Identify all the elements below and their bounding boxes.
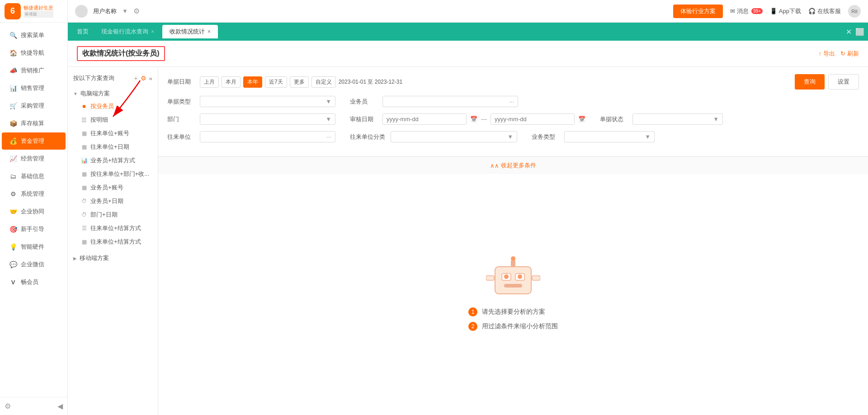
business-type-select[interactable]: ▼ [564,131,655,142]
sidebar-item-sales[interactable]: 📊 销售管理 [2,80,66,97]
sidebar-item-marketing[interactable]: 📣 营销推广 [2,62,66,79]
scheme-item-partner-settle2[interactable]: ▦ 往来单位+结算方式 [68,235,158,249]
sidebar-item-newbie[interactable]: 🎯 新手引导 [2,221,66,238]
empty-steps: 1 请先选择要分析的方案 2 用过滤条件来缩小分析范围 [468,307,558,336]
refresh-button[interactable]: ↻ 刷新 [840,50,859,58]
online-service-action[interactable]: 🎧 在线客服 [808,7,841,15]
collapse-bar[interactable]: ∧∧ 收起更多条件 [158,156,868,174]
dept-select[interactable]: ▼ [200,113,335,125]
sidebar-collapse-icon[interactable]: ◀ [57,402,63,410]
message-action[interactable]: ✉ 消息 99+ [730,7,763,15]
top-bar: 用户名称 ▼ ⚙ 体验行业方案 ✉ 消息 99+ 📱 App下载 🎧 在线客服 [68,0,868,23]
member-icon: V [9,278,17,286]
sidebar-item-quick-nav[interactable]: 🏠 快捷导航 [2,44,66,61]
date-btn-this-month[interactable]: 本月 [222,76,241,88]
close-bank-flow-icon[interactable]: × [151,28,154,35]
scheme-group-mobile-header[interactable]: ▶ 移动端方案 [68,252,158,264]
date-btn-more[interactable]: 更多 [290,76,309,88]
partner-category-select[interactable]: ▼ [391,131,517,142]
calendar-start-icon[interactable]: 📅 [470,116,477,123]
user-display: Rit [848,5,861,18]
sidebar-item-finance[interactable]: 💰 资金管理 [2,132,66,150]
svg-point-5 [518,274,522,279]
page-header-actions: ↑ 导出 ↻ 刷新 [819,50,859,58]
dept-dropdown-icon: ▼ [326,116,331,123]
scheme-item-partner-date[interactable]: ▦ 往来单位+日期 [68,140,158,154]
date-btn-custom[interactable]: 自定义 [311,76,336,88]
close-window-icon[interactable]: ✕ [846,28,852,36]
sidebar-item-wechat[interactable]: 💬 企业微信 [2,256,66,273]
export-button[interactable]: ↑ 导出 [819,50,835,58]
partner-dept-collect-icon: ▦ [80,170,88,178]
system-icon: ⚙ [9,190,17,198]
sidebar-item-system[interactable]: ⚙ 系统管理 [2,185,66,203]
sidebar-item-member[interactable]: V 畅会员 [2,274,66,291]
tab-home[interactable]: 首页 [71,25,94,38]
date-btn-7days[interactable]: 近7天 [265,76,287,88]
sidebar-item-inventory[interactable]: 📦 库存核算 [2,115,66,132]
review-date-start-input[interactable] [382,113,467,125]
calendar-end-icon[interactable]: 📅 [578,116,585,123]
scheme-group-desktop-header[interactable]: ▼ 电脑端方案 [68,88,158,99]
sidebar-settings-icon[interactable]: ⚙ [5,402,11,410]
close-collection-stat-icon[interactable]: × [208,28,211,35]
tab-bank-flow[interactable]: 现金银行流水查询 × [94,25,161,38]
sidebar-item-enterprise[interactable]: 🤝 企业协同 [2,203,66,220]
scheme-item-salesperson-account[interactable]: ▦ 业务员+账号 [68,181,158,194]
scheme-item-dept-date[interactable]: ⏱ 部门+日期 [68,208,158,222]
scheme-item-by-salesperson[interactable]: ● 按业务员 [68,99,158,113]
scheme-item-salesperson-date[interactable]: ⏱ 业务员+日期 [68,194,158,208]
page-content: 收款情况统计(按业务员) ↑ 导出 ↻ 刷新 [68,41,868,415]
filter-area: 单据日期 上月 本月 本年 近7天 更多 自定义 2023-01-01 至 20… [158,67,868,156]
sidebar-nav: 🔍 搜索菜单 🏠 快捷导航 📣 营销推广 📊 销售管理 🛒 采购管理 📦 [0,23,67,397]
collapse-chevron-icon: ∧∧ [490,162,499,169]
scheme-item-partner-account[interactable]: ▦ 往来单位+账号 [68,127,158,140]
scheme-add-icon[interactable]: + [134,75,138,82]
query-button[interactable]: 查询 [795,74,825,90]
date-btn-this-year[interactable]: 本年 [243,76,262,88]
sidebar-item-basic-info[interactable]: 🗂 基础信息 [2,168,66,185]
review-date-end-input[interactable] [491,113,575,125]
logo-icon: 6 [5,3,21,19]
dropdown-icon[interactable]: ▼ [122,8,128,14]
trial-button[interactable]: 体验行业方案 [673,5,723,18]
message-icon: ✉ [730,8,735,14]
user-name: 用户名称 [93,7,117,15]
top-bar-actions: 体验行业方案 ✉ 消息 99+ 📱 App下载 🎧 在线客服 Rit [673,5,861,18]
partner-select[interactable]: ··· [200,131,335,142]
voucher-status-select[interactable]: ▼ [632,113,723,125]
service-icon: 🎧 [808,8,816,14]
tab-bar-right: ✕ ⬜ [846,28,864,36]
partner-more-icon[interactable]: ··· [326,133,331,140]
smart-hw-icon: 💡 [9,243,17,251]
partner-category-dropdown-icon: ▼ [507,133,513,140]
sidebar-item-operation[interactable]: 📈 经营管理 [2,150,66,167]
sidebar-item-smart-hw[interactable]: 💡 智能硬件 [2,238,66,255]
sidebar-item-search-menu[interactable]: 🔍 搜索菜单 [2,27,66,44]
salesperson-select[interactable]: ··· [382,96,518,107]
sidebar-footer: ⚙ ◀ [0,397,67,415]
mobile-group-label: 移动端方案 [80,254,109,262]
scheme-collapse-icon[interactable]: « [149,75,152,82]
scheme-settings-icon[interactable]: ⚙ [141,75,146,82]
date-btn-last-month[interactable]: 上月 [200,76,219,88]
tab-collection-stat[interactable]: 收款情况统计 × [162,25,218,38]
wechat-icon: 💬 [9,260,17,269]
salesperson-item-icon: ● [80,103,88,110]
export-icon: ↑ [819,50,822,57]
filter-panel: 单据日期 上月 本月 本年 近7天 更多 自定义 2023-01-01 至 20… [158,67,868,415]
maximize-icon[interactable]: ⬜ [855,28,864,36]
filter-settings-button[interactable]: 设置 [828,74,859,90]
scheme-item-partner-settle1[interactable]: ☰ 往来单位+结算方式 [68,222,158,235]
business-type-label: 业务类型 [532,133,559,141]
scheme-item-by-detail[interactable]: ☰ 按明细 [68,113,158,127]
scheme-item-partner-dept-collect[interactable]: ▦ 按往来单位+部门+收... [68,167,158,181]
sidebar-item-purchase[interactable]: 🛒 采购管理 [2,97,66,114]
page-title-box: 收款情况统计(按业务员) [77,46,165,61]
newbie-icon: 🎯 [9,225,17,233]
settings-icon[interactable]: ⚙ [133,7,140,15]
filter-row-2: 单据类型 ▼ 业务员 ··· [167,96,859,107]
app-download-action[interactable]: 📱 App下载 [770,7,801,15]
voucher-type-select[interactable]: ▼ [200,96,335,107]
scheme-item-salesperson-settle[interactable]: 📊 业务员+结算方式 [68,154,158,167]
